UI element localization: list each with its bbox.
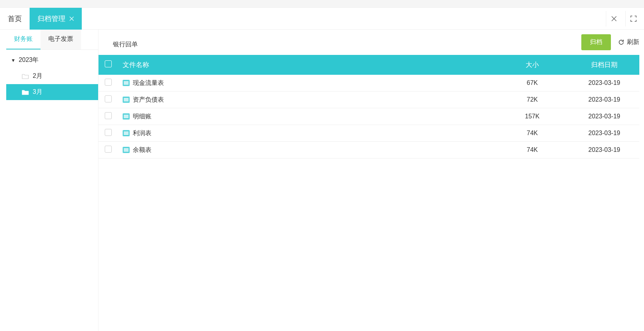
row-checkbox[interactable] (105, 95, 112, 102)
table-row[interactable]: 余额表 74K 2023-03-19 (99, 142, 639, 158)
toolbar: 银行回单 归档 刷新 (99, 30, 639, 55)
row-checkbox-cell (99, 125, 118, 142)
header-checkbox-cell (99, 55, 118, 75)
spreadsheet-icon (123, 130, 130, 136)
row-size-cell: 72K (495, 92, 569, 108)
tab-archive[interactable]: 归档管理 (30, 8, 82, 30)
spreadsheet-icon (123, 97, 130, 103)
sub-tab-finance-label: 财务账 (14, 35, 33, 42)
tab-home-label: 首页 (8, 14, 22, 23)
tab-archive-label: 归档管理 (37, 14, 65, 23)
archive-button-label: 归档 (590, 39, 602, 45)
file-name: 余额表 (133, 146, 151, 154)
tree-month-node[interactable]: 2月 (6, 68, 98, 84)
row-name-cell: 明细账 (118, 108, 495, 125)
file-name: 资产负债表 (133, 96, 164, 104)
row-date-cell: 2023-03-19 (569, 108, 639, 125)
row-size-cell: 67K (495, 75, 569, 92)
fullscreen-button[interactable] (625, 11, 641, 26)
sub-tab-bank-label: 银行回单 (113, 41, 138, 48)
table-row[interactable]: 资产负债表 72K 2023-03-19 (99, 92, 639, 108)
sub-tab-finance[interactable]: 财务账 (6, 30, 40, 49)
top-bar (0, 0, 644, 8)
tree-month-node[interactable]: 3月 (6, 84, 98, 100)
right-panel: 银行回单 归档 刷新 文件名称 大小 归档日期 (99, 30, 644, 331)
caret-down-icon: ▼ (11, 58, 16, 63)
file-table: 文件名称 大小 归档日期 现金流量表 67K 2023-03-19 资产负债表 … (99, 55, 639, 158)
header-date: 归档日期 (569, 55, 639, 75)
row-checkbox-cell (99, 75, 118, 92)
archive-button[interactable]: 归档 (581, 34, 611, 50)
spreadsheet-icon (123, 147, 130, 153)
row-date-cell: 2023-03-19 (569, 125, 639, 142)
tab-bar: 首页 归档管理 (0, 8, 644, 30)
folder-icon (22, 74, 29, 79)
table-row[interactable]: 现金流量表 67K 2023-03-19 (99, 75, 639, 92)
row-date-cell: 2023-03-19 (569, 142, 639, 158)
file-name: 明细账 (133, 113, 151, 121)
tree-month-label: 2月 (33, 72, 42, 80)
tree: ▼ 2023年 2月 3月 (6, 50, 98, 100)
tab-bar-right (606, 8, 641, 30)
refresh-icon (618, 39, 625, 46)
sub-tab-einvoice[interactable]: 电子发票 (40, 30, 81, 49)
tree-month-label: 3月 (33, 88, 42, 96)
left-panel: 财务账 电子发票 ▼ 2023年 2月 3月 (6, 30, 99, 331)
close-window-button[interactable] (606, 11, 621, 26)
folder-icon (22, 90, 29, 95)
row-checkbox[interactable] (105, 79, 112, 86)
row-checkbox-cell (99, 142, 118, 158)
row-size-cell: 157K (495, 108, 569, 125)
tree-year-node[interactable]: ▼ 2023年 (6, 52, 98, 68)
refresh-button[interactable]: 刷新 (618, 38, 639, 46)
header-size: 大小 (495, 55, 569, 75)
row-checkbox[interactable] (105, 112, 112, 119)
sub-tab-einvoice-label: 电子发票 (48, 35, 73, 42)
spreadsheet-icon (123, 80, 130, 86)
tab-home[interactable]: 首页 (0, 8, 30, 30)
select-all-checkbox[interactable] (105, 60, 112, 67)
sub-tabs: 财务账 电子发票 (6, 30, 98, 50)
close-icon[interactable] (69, 16, 74, 21)
table-row[interactable]: 明细账 157K 2023-03-19 (99, 108, 639, 125)
row-size-cell: 74K (495, 142, 569, 158)
row-checkbox-cell (99, 92, 118, 108)
tree-year-label: 2023年 (19, 56, 39, 64)
row-date-cell: 2023-03-19 (569, 75, 639, 92)
row-size-cell: 74K (495, 125, 569, 142)
row-checkbox-cell (99, 108, 118, 125)
sub-tab-bank[interactable]: 银行回单 (105, 35, 146, 54)
table-row[interactable]: 利润表 74K 2023-03-19 (99, 125, 639, 142)
file-name: 利润表 (133, 129, 151, 137)
row-date-cell: 2023-03-19 (569, 92, 639, 108)
header-name: 文件名称 (118, 55, 495, 75)
row-name-cell: 资产负债表 (118, 92, 495, 108)
main-area: 财务账 电子发票 ▼ 2023年 2月 3月 (0, 30, 644, 331)
row-name-cell: 利润表 (118, 125, 495, 142)
table-header-row: 文件名称 大小 归档日期 (99, 55, 639, 75)
refresh-button-label: 刷新 (627, 38, 639, 46)
row-checkbox[interactable] (105, 146, 112, 153)
spreadsheet-icon (123, 113, 130, 120)
file-name: 现金流量表 (133, 79, 164, 87)
row-checkbox[interactable] (105, 129, 112, 136)
row-name-cell: 余额表 (118, 142, 495, 158)
row-name-cell: 现金流量表 (118, 75, 495, 92)
